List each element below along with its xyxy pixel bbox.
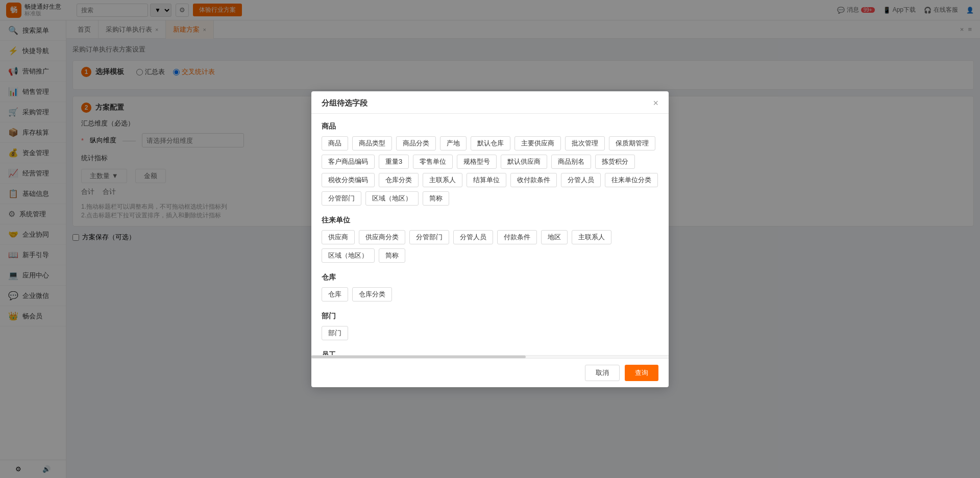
field-select-dialog: 分组待选字段 × 商品 商品 商品类型 商品分类 产地 默认仓库 主要供应商 批… — [311, 91, 669, 387]
field-tag[interactable]: 地区 — [541, 230, 568, 244]
dialog-hscroll-thumb — [311, 356, 526, 358]
field-tag[interactable]: 默认供应商 — [501, 155, 547, 169]
field-tag[interactable]: 主联系人 — [423, 173, 462, 187]
field-tag[interactable]: 商品 — [322, 136, 348, 150]
field-tag[interactable]: 仓库分类 — [352, 287, 392, 301]
field-tag[interactable]: 区域（地区） — [322, 248, 375, 263]
field-tag[interactable]: 默认仓库 — [471, 136, 510, 150]
field-tag[interactable]: 批次管理 — [565, 136, 605, 150]
group-warehouse-title: 仓库 — [322, 273, 658, 282]
group-counterpart: 往来单位 供应商 供应商分类 分管部门 分管人员 付款条件 地区 主联系人 区域… — [322, 216, 658, 263]
field-tag[interactable]: 重量3 — [379, 155, 409, 169]
field-tag[interactable]: 商品分类 — [396, 136, 436, 150]
field-tag[interactable]: 分管人员 — [453, 230, 493, 244]
cancel-button[interactable]: 取消 — [585, 365, 620, 381]
field-tag[interactable]: 收付款条件 — [510, 173, 557, 187]
field-tag[interactable]: 主要供应商 — [514, 136, 561, 150]
field-tag[interactable]: 简称 — [423, 191, 449, 206]
field-tag[interactable]: 结算单位 — [467, 173, 506, 187]
field-tag[interactable]: 仓库 — [322, 287, 348, 301]
group-employee: 员工 业务员 — [322, 350, 658, 355]
field-tag[interactable]: 税收分类编码 — [322, 173, 375, 187]
confirm-button[interactable]: 查询 — [625, 365, 658, 381]
field-tag[interactable]: 商品别名 — [551, 155, 591, 169]
field-tag[interactable]: 往来单位分类 — [605, 173, 658, 187]
group-counterpart-title: 往来单位 — [322, 216, 658, 225]
field-tag[interactable]: 分管部门 — [322, 191, 361, 206]
field-tag[interactable]: 分管人员 — [561, 173, 601, 187]
field-tag[interactable]: 客户商品编码 — [322, 155, 375, 169]
field-tag[interactable]: 供应商 — [322, 230, 355, 244]
field-tag[interactable]: 保质期管理 — [609, 136, 655, 150]
field-tag[interactable]: 规格型号 — [457, 155, 497, 169]
dialog-header: 分组待选字段 × — [311, 91, 669, 114]
group-counterpart-tags: 供应商 供应商分类 分管部门 分管人员 付款条件 地区 主联系人 区域（地区） … — [322, 230, 658, 263]
group-employee-title: 员工 — [322, 350, 658, 355]
group-goods: 商品 商品 商品类型 商品分类 产地 默认仓库 主要供应商 批次管理 保质期管理… — [322, 122, 658, 206]
dialog-body: 商品 商品 商品类型 商品分类 产地 默认仓库 主要供应商 批次管理 保质期管理… — [311, 114, 669, 355]
field-tag[interactable]: 主联系人 — [572, 230, 611, 244]
field-tag[interactable]: 产地 — [440, 136, 467, 150]
field-tag[interactable]: 区域（地区） — [365, 191, 419, 206]
group-department: 部门 部门 — [322, 312, 658, 340]
field-tag[interactable]: 部门 — [322, 326, 348, 340]
field-tag[interactable]: 零售单位 — [413, 155, 453, 169]
field-tag[interactable]: 供应商分类 — [359, 230, 405, 244]
field-tag[interactable]: 付款条件 — [497, 230, 537, 244]
group-warehouse-tags: 仓库 仓库分类 — [322, 287, 658, 301]
field-tag[interactable]: 拣货积分 — [595, 155, 635, 169]
dialog-close-button[interactable]: × — [653, 98, 658, 108]
group-department-tags: 部门 — [322, 326, 658, 340]
group-warehouse: 仓库 仓库 仓库分类 — [322, 273, 658, 301]
dialog-hscroll[interactable] — [311, 355, 669, 358]
group-department-title: 部门 — [322, 312, 658, 321]
field-tag[interactable]: 仓库分类 — [379, 173, 419, 187]
group-goods-title: 商品 — [322, 122, 658, 131]
field-tag[interactable]: 分管部门 — [409, 230, 449, 244]
dialog-overlay: 分组待选字段 × 商品 商品 商品类型 商品分类 产地 默认仓库 主要供应商 批… — [0, 0, 980, 478]
dialog-footer: 取消 查询 — [311, 358, 669, 387]
group-goods-tags: 商品 商品类型 商品分类 产地 默认仓库 主要供应商 批次管理 保质期管理 客户… — [322, 136, 658, 206]
field-tag[interactable]: 商品类型 — [352, 136, 392, 150]
dialog-title: 分组待选字段 — [322, 98, 368, 108]
field-tag[interactable]: 简称 — [379, 248, 405, 263]
